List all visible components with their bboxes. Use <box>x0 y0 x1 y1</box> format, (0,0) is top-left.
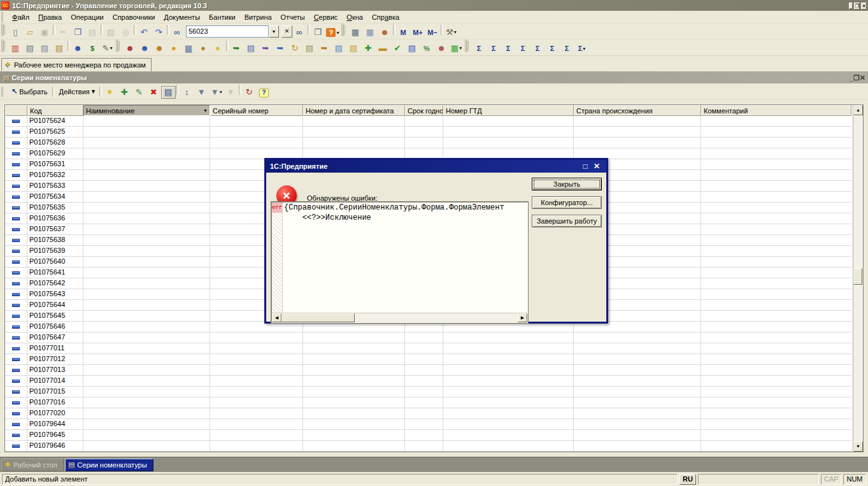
horizontal-scroll-track[interactable] <box>281 313 518 322</box>
country-cell[interactable] <box>574 127 701 138</box>
menu-help[interactable]: Справка <box>367 12 404 22</box>
comment-cell[interactable] <box>701 408 851 419</box>
certificate-cell[interactable] <box>303 441 405 452</box>
table-row[interactable]: P01077014 <box>5 376 853 387</box>
gtd-cell[interactable] <box>443 343 574 354</box>
language-indicator[interactable]: RU <box>679 474 696 485</box>
table-row[interactable]: P01075625 <box>5 127 853 138</box>
country-cell[interactable] <box>574 387 701 397</box>
coins-turnover-icon[interactable]: ↻ <box>288 42 302 55</box>
comment-cell[interactable] <box>701 322 851 332</box>
gtd-cell[interactable] <box>443 408 574 419</box>
coins-remove-icon[interactable]: ▬ <box>376 42 390 55</box>
code-cell[interactable]: P01075644 <box>27 300 83 311</box>
clear-filter-icon[interactable]: ▼ <box>224 86 238 99</box>
vertical-scrollbar[interactable]: ▲ ▼ <box>853 105 863 452</box>
help-1c-icon[interactable]: ?▾ <box>325 26 340 39</box>
code-cell[interactable]: P01075637 <box>27 224 83 235</box>
table-row[interactable]: P01075628 <box>5 138 853 148</box>
user-permissions-icon[interactable]: ☻ <box>378 25 392 38</box>
certificate-cell[interactable] <box>303 332 405 343</box>
configurator-button[interactable]: Конфигуратор... <box>532 196 602 209</box>
col-code[interactable]: Код <box>27 105 83 116</box>
code-cell[interactable]: P01079645 <box>27 430 83 441</box>
country-cell[interactable] <box>574 430 701 441</box>
certificate-cell[interactable] <box>303 116 405 127</box>
name-cell[interactable] <box>83 257 210 268</box>
code-cell[interactable]: P01075640 <box>27 257 83 268</box>
cut-icon[interactable]: ✂ <box>56 26 71 39</box>
code-cell[interactable]: P01075641 <box>27 268 83 278</box>
code-cell[interactable]: P01077020 <box>27 408 83 419</box>
money-pile-icon[interactable]: ● <box>211 42 225 55</box>
comment-cell[interactable] <box>701 257 851 268</box>
name-cell[interactable] <box>83 116 210 127</box>
minimize-button[interactable]: _ <box>849 3 853 10</box>
menu-vitrina[interactable]: Витрина <box>240 12 276 22</box>
report-stock-icon[interactable]: Σ <box>516 43 530 55</box>
tools-icon[interactable]: ⚒▾ <box>444 25 459 38</box>
name-cell[interactable] <box>83 235 210 246</box>
cash-register-icon[interactable]: ▤ <box>23 42 38 55</box>
table-row[interactable]: P01077011 <box>5 343 853 354</box>
sales-bars-icon[interactable]: ▆ <box>181 42 196 55</box>
edit-item-icon[interactable]: ✎ <box>132 86 146 99</box>
gtd-cell[interactable] <box>443 376 574 387</box>
coins-add-icon[interactable]: ✚ <box>361 42 376 55</box>
name-cell[interactable] <box>83 365 210 376</box>
document-sign-icon[interactable]: ✎▾ <box>100 42 115 55</box>
name-cell[interactable] <box>83 203 210 213</box>
comment-cell[interactable] <box>701 138 851 148</box>
code-cell[interactable]: P01079644 <box>27 419 83 430</box>
code-cell[interactable]: P01075642 <box>27 278 83 289</box>
open-icon[interactable]: ▱ <box>23 26 38 39</box>
expiry-cell[interactable] <box>405 332 443 343</box>
expiry-cell[interactable] <box>405 343 443 354</box>
table-row[interactable]: P01079646 <box>5 441 853 452</box>
buyer-order-icon[interactable]: ☻ <box>123 42 138 55</box>
code-cell[interactable]: P01079646 <box>27 441 83 452</box>
calculator-icon[interactable]: ▦ <box>348 25 363 38</box>
code-cell[interactable]: P01075634 <box>27 192 83 203</box>
report-docs-icon[interactable]: Σ <box>560 43 574 55</box>
find-icon[interactable]: ∞ <box>170 26 185 39</box>
error-lines[interactable]: {Справочник.СерииНоменклатуры.Форма.Форм… <box>283 203 527 313</box>
table-row[interactable]: P01075624 <box>5 116 853 127</box>
certificate-cell[interactable] <box>303 419 405 430</box>
report-clients-icon[interactable]: Σ <box>472 43 487 55</box>
name-cell[interactable] <box>83 332 210 343</box>
code-cell[interactable]: P01075647 <box>27 332 83 343</box>
window-tab-desktop[interactable]: ❖Рабочий стол <box>1 459 64 471</box>
comment-cell[interactable] <box>701 343 851 354</box>
code-cell[interactable]: P01077014 <box>27 376 83 387</box>
vertical-scroll-track[interactable] <box>853 115 863 441</box>
report-prices-icon[interactable]: Σ <box>545 43 560 55</box>
help-icon[interactable]: ? <box>257 87 271 99</box>
comment-cell[interactable] <box>701 278 851 289</box>
table-row[interactable]: P01079645 <box>5 430 853 441</box>
code-cell[interactable]: P01075629 <box>27 148 83 159</box>
name-cell[interactable] <box>83 192 210 203</box>
name-cell[interactable] <box>83 408 210 419</box>
name-cell[interactable] <box>83 430 210 441</box>
name-cell[interactable] <box>83 376 210 387</box>
expiry-cell[interactable] <box>405 365 443 376</box>
terminate-button[interactable]: Завершить работу <box>532 215 602 227</box>
filter-folder-icon[interactable]: ▼ <box>194 86 209 99</box>
code-cell[interactable]: P01077013 <box>27 365 83 376</box>
dialog-close-button[interactable]: ✕ <box>591 162 602 171</box>
report-buyers-icon[interactable]: Σ <box>501 43 516 55</box>
col-country[interactable]: Страна происхождения <box>574 105 701 116</box>
expiry-cell[interactable] <box>405 116 443 127</box>
child-restore-button[interactable]: ❐ <box>853 74 860 82</box>
serial-cell[interactable] <box>210 116 303 127</box>
comment-cell[interactable] <box>701 246 851 257</box>
print-icon[interactable]: ▤ <box>104 26 118 39</box>
report-confirm-icon[interactable]: Σ▾ <box>574 43 589 55</box>
doc-transfer-icon[interactable]: ▤ <box>332 42 346 55</box>
table-row[interactable]: P01075647 <box>5 332 853 343</box>
calendar-icon[interactable]: ▦ <box>363 25 378 38</box>
report-orders-icon[interactable]: Σ <box>530 43 545 55</box>
gtd-cell[interactable] <box>443 397 574 408</box>
col-marker[interactable] <box>5 105 27 116</box>
